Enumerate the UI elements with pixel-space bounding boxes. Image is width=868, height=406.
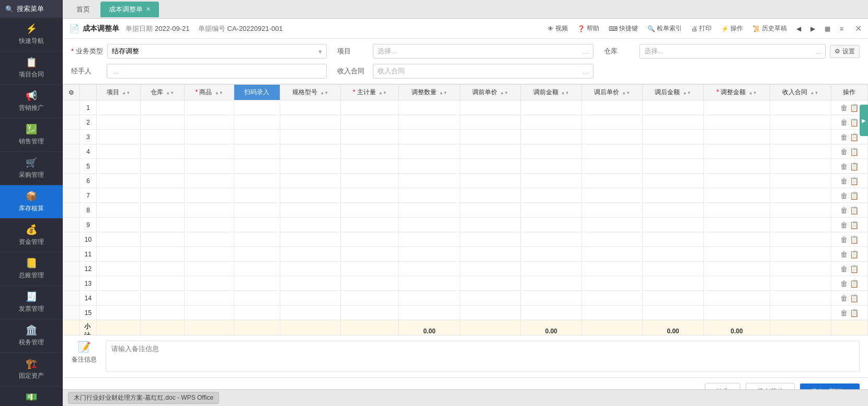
cell-project[interactable] [97, 188, 141, 203]
cell-pre_amount[interactable] [521, 232, 581, 247]
check-btn[interactable]: 🔍 检单索引 [645, 23, 684, 34]
cell-adjust_qty[interactable] [399, 218, 460, 232]
copy-icon[interactable]: 📋 [850, 118, 859, 127]
cell-project[interactable] [97, 232, 141, 247]
cell-spec_type[interactable] [280, 276, 340, 291]
sidebar-item-purchase-mgmt[interactable]: 🛒采购管理 [0, 152, 63, 185]
cell-pre_unit_price[interactable] [460, 262, 520, 276]
cell-unit[interactable] [341, 144, 399, 159]
cell-warehouse[interactable] [141, 247, 185, 262]
cell-project[interactable] [97, 100, 141, 115]
copy-icon[interactable]: 📋 [850, 177, 859, 185]
cell-scan_input[interactable] [234, 188, 280, 203]
cell-spec_type[interactable] [280, 262, 340, 276]
settings-btn[interactable]: ⚙ 设置 [830, 45, 860, 58]
delete-icon[interactable]: 🗑 [840, 250, 848, 258]
cell-post_unit_price[interactable] [581, 232, 642, 247]
cell-post_unit_price[interactable] [581, 276, 642, 291]
cell-goods[interactable] [185, 203, 234, 218]
cell-scan_input[interactable] [234, 232, 280, 247]
copy-icon[interactable]: 📋 [850, 235, 859, 244]
cell-pre_amount[interactable] [521, 174, 581, 188]
notes-input[interactable] [106, 341, 860, 372]
cell-income_contract[interactable] [770, 247, 831, 262]
income-contract-input[interactable]: 收入合同 ... [373, 64, 593, 78]
sidebar-item-finance[interactable]: 💰资金管理 [0, 219, 63, 252]
cell-unit[interactable] [341, 262, 399, 276]
cell-spec_type[interactable] [280, 130, 340, 144]
cell-post_unit_price[interactable] [581, 203, 642, 218]
tab-home[interactable]: 首页 [68, 2, 98, 17]
cell-adjust_amount[interactable] [703, 306, 770, 320]
cell-warehouse[interactable] [141, 276, 185, 291]
cell-scan_input[interactable] [234, 291, 280, 306]
cell-pre_unit_price[interactable] [460, 276, 520, 291]
tab-close-icon[interactable]: ✕ [146, 6, 151, 13]
cell-pre_unit_price[interactable] [460, 100, 520, 115]
cell-income_contract[interactable] [770, 232, 831, 247]
cell-goods[interactable] [185, 159, 234, 174]
copy-icon[interactable]: 📋 [850, 294, 859, 302]
cell-goods[interactable] [185, 218, 234, 232]
cell-unit[interactable] [341, 291, 399, 306]
cell-scan_input[interactable] [234, 218, 280, 232]
cell-warehouse[interactable] [141, 174, 185, 188]
cell-post_amount[interactable] [643, 115, 703, 130]
history-btn[interactable]: 📜 历史草稿 [750, 23, 789, 34]
cell-goods[interactable] [185, 100, 234, 115]
cell-project[interactable] [97, 203, 141, 218]
cell-pre_unit_price[interactable] [460, 188, 520, 203]
sidebar-item-assets[interactable]: 🏗️固定资产 [0, 353, 63, 386]
cell-project[interactable] [97, 262, 141, 276]
cell-warehouse[interactable] [141, 306, 185, 320]
delete-icon[interactable]: 🗑 [840, 265, 848, 273]
cell-income_contract[interactable] [770, 144, 831, 159]
cell-pre_amount[interactable] [521, 100, 581, 115]
cell-post_unit_price[interactable] [581, 306, 642, 320]
copy-icon[interactable]: 📋 [850, 279, 859, 288]
taskbar-item[interactable]: 木门行业好业财处理方案-墓红红.doc - WPS Office [68, 392, 219, 404]
sidebar-item-salary[interactable]: 💵工资 [0, 386, 63, 406]
cell-income_contract[interactable] [770, 159, 831, 174]
cell-goods[interactable] [185, 291, 234, 306]
cell-spec_type[interactable] [280, 174, 340, 188]
cell-unit[interactable] [341, 174, 399, 188]
cell-warehouse[interactable] [141, 291, 185, 306]
green-tab-indicator[interactable]: ▶ [860, 105, 868, 136]
cell-spec_type[interactable] [280, 144, 340, 159]
cell-post_unit_price[interactable] [581, 100, 642, 115]
cell-scan_input[interactable] [234, 247, 280, 262]
cell-adjust_qty[interactable] [399, 306, 460, 320]
cell-project[interactable] [97, 276, 141, 291]
cell-spec_type[interactable] [280, 115, 340, 130]
cell-warehouse[interactable] [141, 203, 185, 218]
cell-scan_input[interactable] [234, 174, 280, 188]
cell-post_unit_price[interactable] [581, 144, 642, 159]
cell-project[interactable] [97, 218, 141, 232]
cell-post_unit_price[interactable] [581, 174, 642, 188]
cell-spec_type[interactable] [280, 232, 340, 247]
cell-pre_unit_price[interactable] [460, 218, 520, 232]
sidebar-item-sales-promotion[interactable]: 📢营销推广 [0, 85, 63, 118]
cell-adjust_amount[interactable] [703, 276, 770, 291]
cell-post_unit_price[interactable] [581, 188, 642, 203]
col-header-settings[interactable]: ⚙ [63, 85, 80, 100]
copy-icon[interactable]: 📋 [850, 250, 859, 258]
cell-post_amount[interactable] [643, 306, 703, 320]
delete-icon[interactable]: 🗑 [840, 221, 848, 229]
cell-income_contract[interactable] [770, 203, 831, 218]
cell-goods[interactable] [185, 247, 234, 262]
shortcut-btn[interactable]: ⌨ 快捷键 [607, 23, 640, 34]
cell-post_unit_price[interactable] [581, 130, 642, 144]
cell-pre_amount[interactable] [521, 203, 581, 218]
cell-adjust_amount[interactable] [703, 203, 770, 218]
cell-warehouse[interactable] [141, 159, 185, 174]
close-button[interactable]: ✕ [855, 24, 862, 33]
cell-adjust_amount[interactable] [703, 291, 770, 306]
cell-pre_unit_price[interactable] [460, 144, 520, 159]
cell-post_unit_price[interactable] [581, 218, 642, 232]
cell-pre_unit_price[interactable] [460, 306, 520, 320]
delete-icon[interactable]: 🗑 [840, 177, 848, 185]
cell-income_contract[interactable] [770, 262, 831, 276]
sidebar-item-tax[interactable]: 🏛️税务管理 [0, 319, 63, 353]
